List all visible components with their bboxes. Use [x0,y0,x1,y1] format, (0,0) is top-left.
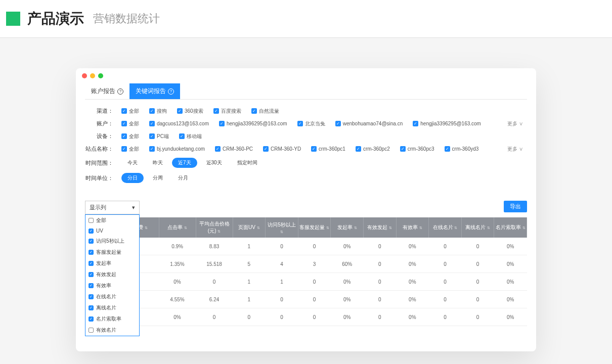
filter-row: 设备：✓全部✓PC端✓移动端 [85,130,527,143]
dropdown-item[interactable]: ✓在线名片 [85,291,139,302]
cell: 0 [298,308,331,326]
filter-row: 渠道：✓全部✓搜狗✓360搜索✓百度搜索✓自然流量 [85,105,527,117]
cell: 0 [429,291,462,308]
help-icon[interactable]: ? [117,88,123,95]
dropdown-item[interactable]: ✓发起率 [85,258,139,269]
table-header[interactable]: 页面UV ⇅ [233,217,266,238]
time-pill[interactable]: 近7天 [172,158,197,168]
filter-option[interactable]: ✓wenbohuamao74@sina.cn [335,121,403,126]
table-header[interactable]: 有效发起 ⇅ [363,217,396,238]
dropdown-item[interactable]: 有效名片 [85,325,139,336]
table-header[interactable]: 发起率 ⇅ [331,217,364,238]
dropdown-item[interactable]: ✓访问5秒以上 [85,236,139,247]
filter-option[interactable]: ✓CRM-360-YD [263,146,301,152]
checkbox-icon: ✓ [89,261,94,266]
time-pill[interactable]: 今天 [121,158,144,168]
filter-option-label: crm-360pc1 [319,146,345,152]
filter-option[interactable]: ✓dagcuos123@163.com [149,121,209,126]
filter-option[interactable]: ✓CRM-360-PC [215,146,253,152]
checkbox-icon: ✓ [121,121,127,126]
tab-keyword-report[interactable]: 关键词报告 ? [129,83,180,99]
table-header[interactable]: 离线名片 ⇅ [461,217,494,238]
filter-option[interactable]: ✓全部 [121,120,139,127]
cell: 0 [461,255,494,273]
sort-icon: ⇅ [217,230,221,233]
filter-option[interactable]: ✓crm-360pc3 [400,146,434,152]
filter-option[interactable]: ✓搜狗 [149,108,167,115]
time-pill[interactable]: 昨天 [147,158,169,168]
dropdown-item[interactable]: ✓UV [85,226,139,236]
filter-option[interactable]: ✓crm-360pc2 [356,146,390,152]
tab-label: 账户报告 [91,87,115,96]
dropdown-item-label: 有效发起 [96,271,116,278]
minimize-icon[interactable] [90,73,95,78]
dropdown-item[interactable]: 全部 [85,215,139,226]
filter-option-label: 全部 [129,133,139,140]
filter-option[interactable]: ✓hengjia3396295@163.com [219,121,287,126]
more-link[interactable]: 更多 ∨ [507,120,527,127]
filter-row: 站点名称：✓全部✓bj.yunduoketang.com✓CRM-360-PC✓… [85,143,527,155]
table-header[interactable]: 在线名片 ⇅ [429,217,462,238]
data-table: 账户 ⇅消费 ⇅点击率 ⇅平均点击价格(元) ⇅页面UV ⇅访问5秒以上 ⇅客服… [85,217,527,326]
columns-dropdown-toggle[interactable]: 显示列 ▾ [85,201,140,214]
dropdown-item[interactable]: ✓名片索取率 [85,313,139,325]
table-header[interactable]: 点击率 ⇅ [159,217,196,238]
help-icon[interactable]: ? [168,88,174,95]
filter-option[interactable]: ✓360搜索 [177,108,203,115]
time-pill[interactable]: 近30天 [200,158,228,168]
filter-option[interactable]: ✓hengjia3396295@163.com [413,121,481,126]
filter-option[interactable]: ✓全部 [121,108,139,115]
columns-dropdown[interactable]: 显示列 ▾ 全部✓UV✓访问5秒以上✓客服发起量✓发起率✓有效发起✓有效率✓在线… [85,201,140,214]
table-header[interactable]: 访问5秒以上 ⇅ [266,217,298,238]
filter-option[interactable]: ✓bj.yunduoketang.com [149,146,205,152]
checkbox-icon: ✓ [149,146,155,152]
cell: 4.55% [159,291,196,308]
filter-option[interactable]: ✓crm-360pc1 [311,146,345,152]
cell: 0% [331,273,364,291]
dropdown-item[interactable]: ✓有效发起 [85,269,139,280]
filter-option[interactable]: ✓crm-360yd3 [445,146,479,152]
dropdown-item[interactable]: ✓离线名片 [85,302,139,313]
filter-option[interactable]: ✓北京当兔 [297,120,325,127]
checkbox-icon: ✓ [89,272,94,277]
cell: 0% [159,308,196,326]
filter-option[interactable]: ✓全部 [121,133,139,140]
table-row: bj-云朵课堂 1.35% 15.518 5 4 3 60% 0 0% 0 0 … [85,255,527,273]
filter-option[interactable]: ✓移动端 [179,133,202,140]
time-pill[interactable]: 分日 [121,173,144,183]
table-row: bj-云朵课堂 0.9% 8.83 1 0 0 0% 0 0% 0 0 0% [85,238,527,255]
cell: 8.83 [196,238,233,255]
sort-icon: ⇅ [419,226,422,230]
table-header[interactable]: 平均点击价格(元) ⇅ [196,217,233,238]
checkbox-icon: ✓ [89,294,94,299]
dropdown-item[interactable]: ✓客服发起量 [85,247,139,258]
filter-option[interactable]: ✓PC端 [149,133,169,140]
time-pill[interactable]: 分周 [147,173,169,183]
table-header[interactable]: 客服发起量 ⇅ [298,217,331,238]
close-icon[interactable] [82,73,87,78]
table-header[interactable]: 名片索取率 ⇅ [494,217,527,238]
maximize-icon[interactable] [98,73,103,78]
checkbox-icon: ✓ [311,146,317,152]
table-header[interactable]: 有效率 ⇅ [396,217,429,238]
time-pill[interactable]: 指定时间 [231,158,264,168]
cell: 0% [159,273,196,291]
export-button[interactable]: 导出 [504,201,527,212]
cell: 0% [494,255,527,273]
cell: 0 [461,291,494,308]
filter-option[interactable]: ✓百度搜索 [213,108,241,115]
filter-option-label: PC端 [157,133,169,140]
filter-option-label: 自然流量 [259,108,279,115]
filter-option-label: dagcuos123@163.com [157,121,209,126]
tab-account-report[interactable]: 账户报告 ? [85,83,129,99]
dropdown-item[interactable]: ✓有效率 [85,280,139,291]
page-header: 产品演示 营销数据统计 [0,0,612,38]
checkbox-icon: ✓ [121,146,127,152]
more-link[interactable]: 更多 ∨ [507,146,527,153]
time-pill[interactable]: 分月 [172,173,194,183]
filter-option[interactable]: ✓全部 [121,146,139,153]
filter-option[interactable]: ✓自然流量 [251,108,279,115]
sort-icon: ⇅ [522,226,526,230]
cell: 0% [494,238,527,255]
filter-option-label: hengjia3396295@163.com [227,121,287,126]
